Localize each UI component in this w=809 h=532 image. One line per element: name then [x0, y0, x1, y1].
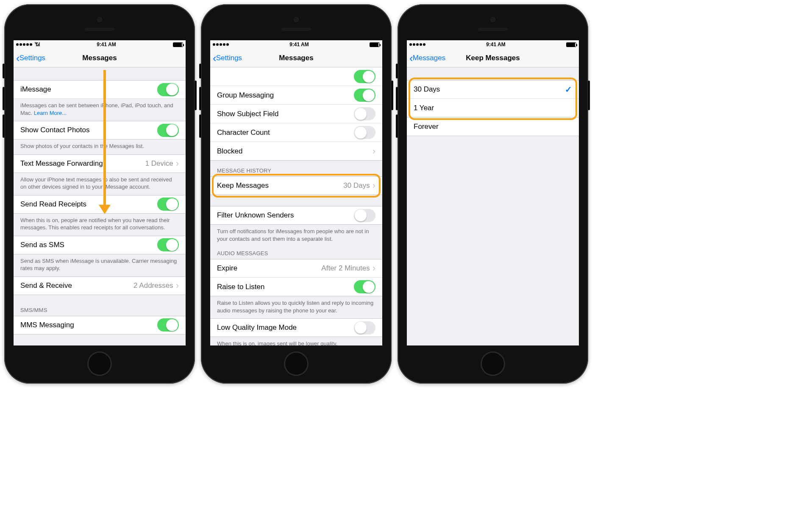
status-bar: 9:41 AM — [407, 40, 579, 49]
label: Group Messaging — [217, 91, 354, 100]
home-button[interactable] — [87, 351, 112, 376]
toggle-send-sms[interactable] — [157, 238, 179, 251]
footer-read-receipts: When this is on, people are notified whe… — [14, 214, 186, 236]
toggle-charcount[interactable] — [354, 126, 375, 139]
label: Character Count — [217, 128, 354, 137]
back-label: Settings — [216, 54, 242, 62]
signal-dots-icon — [213, 43, 229, 46]
value: 30 Days — [343, 181, 370, 190]
label: Send & Receive — [20, 281, 133, 290]
check-icon: ✓ — [565, 84, 572, 95]
signal-dots-icon — [409, 43, 425, 46]
row-send-receive[interactable]: Send & Receive 2 Addresses › — [14, 276, 186, 295]
screen-2: 9:41 AM ‹Settings Messages Group Messagi… — [210, 40, 382, 345]
row-low-quality[interactable]: Low Quality Image Mode — [210, 318, 382, 337]
value: 2 Addresses — [133, 281, 173, 290]
home-button[interactable] — [284, 351, 309, 376]
toggle-peek[interactable] — [354, 70, 375, 83]
label: 1 Year — [414, 104, 572, 112]
chevron-right-icon: › — [373, 180, 375, 191]
row-raise-to-listen[interactable]: Raise to Listen — [210, 278, 382, 296]
row-subject-field[interactable]: Show Subject Field — [210, 105, 382, 123]
toggle-group[interactable] — [354, 89, 375, 102]
iphone-frame-3: 9:41 AM ‹Messages Keep Messages 30 Days … — [398, 4, 588, 384]
label: Filter Unknown Senders — [217, 211, 354, 220]
row-character-count[interactable]: Character Count — [210, 123, 382, 142]
toggle-subject[interactable] — [354, 107, 375, 120]
footer-lowq: When this is on, images sent will be low… — [210, 337, 382, 345]
footer-send-sms: Send as SMS when iMessage is unavailable… — [14, 254, 186, 276]
row-expire[interactable]: Expire After 2 Minutes › — [210, 259, 382, 278]
group-header-history: MESSAGE HISTORY — [210, 161, 382, 176]
iphone-frame-2: 9:41 AM ‹Settings Messages Group Messagi… — [201, 4, 392, 384]
status-bar: 📶︎ 9:41 AM — [14, 40, 186, 49]
row-peek[interactable] — [210, 67, 382, 86]
group-header-audio: AUDIO MESSAGES — [210, 247, 382, 259]
label: Raise to Listen — [217, 283, 354, 291]
label: Low Quality Image Mode — [217, 323, 354, 332]
label: Keep Messages — [217, 181, 343, 190]
label: Forever — [414, 123, 572, 131]
row-group-messaging[interactable]: Group Messaging — [210, 86, 382, 105]
signal-dots-icon: 📶︎ — [16, 42, 40, 47]
label: Send Read Receipts — [20, 200, 157, 209]
toggle-contact-photos[interactable] — [157, 124, 179, 137]
chevron-right-icon: › — [373, 263, 375, 274]
chevron-right-icon: › — [176, 280, 179, 291]
status-bar: 9:41 AM — [210, 40, 382, 49]
toggle-filter[interactable] — [354, 209, 375, 222]
footer-tmf: Allow your iPhone text messages to also … — [14, 173, 186, 195]
status-time: 9:41 AM — [97, 42, 116, 47]
toggle-read-receipts[interactable] — [157, 198, 179, 211]
value: After 2 Minutes — [321, 264, 370, 273]
battery-icon — [173, 42, 183, 47]
status-time: 9:41 AM — [289, 42, 309, 47]
back-button[interactable]: ‹Settings — [213, 49, 242, 67]
label: Show Contact Photos — [20, 126, 157, 134]
label: Blocked — [217, 147, 373, 156]
footer-contact-photos: Show photos of your contacts in the Mess… — [14, 139, 186, 154]
screen-1: 📶︎ 9:41 AM ‹Settings Messages iMessage i… — [14, 40, 186, 345]
navbar: ‹Settings Messages — [210, 49, 382, 67]
footer-raise: Raise to Listen allows you to quickly li… — [210, 296, 382, 318]
row-send-sms[interactable]: Send as SMS — [14, 236, 186, 254]
status-time: 9:41 AM — [486, 42, 506, 47]
value: 1 Device — [145, 159, 173, 168]
navbar: ‹Messages Keep Messages — [407, 49, 579, 67]
toggle-imessage[interactable] — [157, 83, 179, 96]
chevron-right-icon: › — [373, 146, 375, 157]
row-filter-unknown[interactable]: Filter Unknown Senders — [210, 206, 382, 225]
label: Expire — [217, 264, 321, 273]
back-label: Messages — [413, 54, 445, 62]
row-imessage[interactable]: iMessage — [14, 80, 186, 99]
row-text-forwarding[interactable]: Text Message Forwarding 1 Device › — [14, 154, 186, 173]
row-1-year[interactable]: 1 Year — [407, 99, 579, 117]
label: MMS Messaging — [20, 321, 157, 329]
footer-imessage: iMessages can be sent between iPhone, iP… — [14, 99, 186, 121]
row-30-days[interactable]: 30 Days ✓ — [407, 80, 579, 99]
row-mms[interactable]: MMS Messaging — [14, 316, 186, 334]
back-label: Settings — [19, 54, 45, 62]
battery-icon — [566, 42, 576, 47]
back-button[interactable]: ‹Settings — [16, 49, 45, 67]
label: 30 Days — [414, 85, 565, 94]
group-header-sms: SMS/MMS — [14, 295, 186, 316]
battery-icon — [370, 42, 380, 47]
label: Text Message Forwarding — [20, 159, 145, 168]
iphone-frame-1: 📶︎ 9:41 AM ‹Settings Messages iMessage i… — [4, 4, 195, 384]
home-button[interactable] — [481, 351, 505, 376]
navbar: ‹Settings Messages — [14, 49, 186, 67]
toggle-mms[interactable] — [157, 318, 179, 331]
row-contact-photos[interactable]: Show Contact Photos — [14, 121, 186, 139]
back-button[interactable]: ‹Messages — [409, 49, 445, 67]
row-keep-messages[interactable]: Keep Messages 30 Days › — [210, 176, 382, 195]
toggle-raise[interactable] — [354, 280, 375, 293]
toggle-lowq[interactable] — [354, 321, 375, 334]
screen-3: 9:41 AM ‹Messages Keep Messages 30 Days … — [407, 40, 579, 345]
row-blocked[interactable]: Blocked › — [210, 142, 382, 161]
footer-filter: Turn off notifications for iMessages fro… — [210, 225, 382, 247]
label: Send as SMS — [20, 241, 157, 249]
row-read-receipts[interactable]: Send Read Receipts — [14, 195, 186, 214]
learn-more-link[interactable]: Learn More... — [34, 110, 67, 116]
row-forever[interactable]: Forever — [407, 117, 579, 136]
